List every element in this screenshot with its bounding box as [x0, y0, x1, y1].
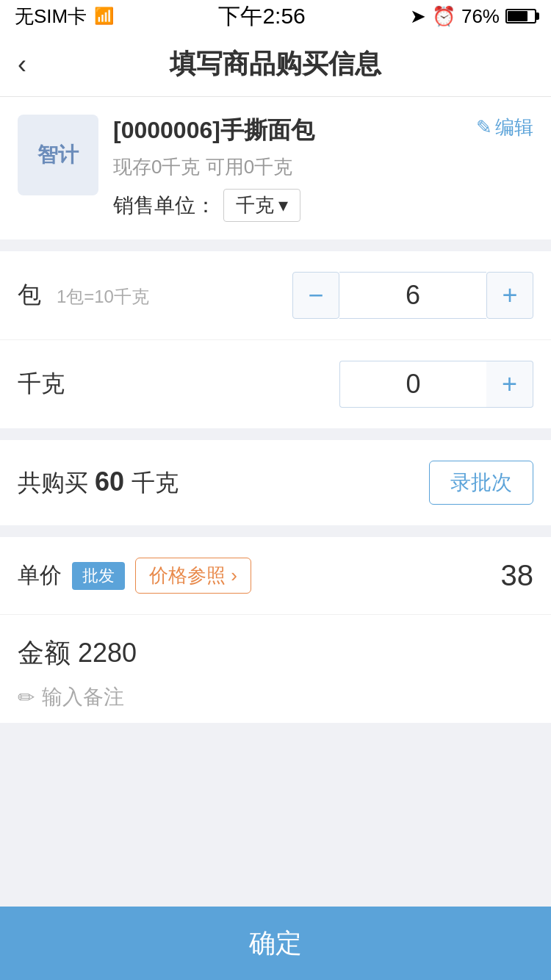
pack-quantity-row: 包 1包=10千克 − +: [0, 251, 551, 340]
product-image: 智计: [18, 115, 98, 195]
product-stock: 现存0千克 可用0千克: [113, 154, 533, 180]
unit-value: 千克: [236, 192, 274, 218]
pack-input[interactable]: [339, 272, 486, 319]
status-left: 无SIM卡 📶: [15, 4, 114, 29]
nav-bar: ‹ 填写商品购买信息: [0, 32, 551, 97]
pack-decrement-button[interactable]: −: [292, 272, 339, 319]
back-button[interactable]: ‹: [18, 49, 26, 80]
pack-label: 包 1包=10千克: [18, 279, 292, 311]
amount-number: 2280: [78, 638, 137, 668]
kg-input[interactable]: [339, 361, 486, 408]
edit-button[interactable]: ✎ 编辑: [476, 115, 533, 140]
batch-button[interactable]: 录批次: [429, 461, 533, 505]
pack-controls: − +: [292, 272, 533, 319]
pack-section: 包 1包=10千克 − + 千克 +: [0, 251, 551, 428]
amount-row: 金额 2280: [18, 635, 533, 671]
edit-icon: ✎: [476, 116, 492, 139]
battery-percent: 76%: [461, 5, 500, 28]
pack-label-text: 包: [18, 281, 41, 308]
total-amount: 60: [95, 466, 132, 497]
total-section: 共购买 60 千克 录批次: [0, 440, 551, 525]
product-name: [0000006]手撕面包: [113, 115, 533, 147]
confirm-button[interactable]: 确定: [0, 907, 551, 980]
status-bar: 无SIM卡 📶 下午2:56 ➤ ⏰ 76%: [0, 0, 551, 32]
carrier-text: 无SIM卡: [15, 4, 87, 29]
total-prefix: 共购买: [18, 469, 88, 496]
total-row: 共购买 60 千克 录批次: [0, 440, 551, 525]
wifi-icon: 📶: [94, 7, 114, 26]
price-value: 38: [501, 559, 534, 592]
product-card: 智计 [0000006]手撕面包 现存0千克 可用0千克 销售单位： 千克 ▾ …: [0, 97, 551, 239]
status-time: 下午2:56: [218, 1, 305, 32]
location-icon: ➤: [410, 5, 426, 28]
kg-controls: +: [339, 361, 533, 408]
status-right: ➤ ⏰ 76%: [410, 5, 536, 28]
kg-increment-button[interactable]: +: [486, 361, 533, 408]
price-row: 单价 批发 价格参照 › 38: [18, 558, 533, 594]
price-section: 单价 批发 价格参照 › 38: [0, 537, 551, 614]
pack-increment-button[interactable]: +: [486, 272, 533, 319]
note-row[interactable]: ✏ 输入备注: [18, 683, 533, 711]
chevron-down-icon: ▾: [278, 194, 288, 217]
pencil-icon: ✏: [18, 685, 35, 710]
price-reference-button[interactable]: 价格参照 ›: [135, 558, 251, 594]
product-info: [0000006]手撕面包 现存0千克 可用0千克 销售单位： 千克 ▾: [113, 115, 533, 222]
kg-quantity-row: 千克 +: [0, 340, 551, 428]
total-text: 共购买 60 千克: [18, 466, 429, 500]
note-placeholder: 输入备注: [42, 683, 124, 711]
edit-label: 编辑: [495, 115, 533, 140]
unit-label: 销售单位：: [113, 192, 216, 220]
unit-select[interactable]: 千克 ▾: [223, 189, 300, 222]
alarm-icon: ⏰: [432, 5, 455, 28]
amount-label: 金额: [18, 638, 71, 668]
product-unit-row: 销售单位： 千克 ▾: [113, 189, 533, 222]
page-title: 填写商品购买信息: [170, 46, 381, 82]
amount-section: 金额 2280 ✏ 输入备注: [0, 614, 551, 723]
product-logo: 智计: [37, 141, 79, 169]
total-unit: 千克: [132, 469, 179, 496]
pack-hint: 1包=10千克: [57, 287, 149, 306]
kg-label: 千克: [18, 368, 339, 400]
price-label: 单价: [18, 561, 62, 591]
price-tag: 批发: [72, 562, 125, 590]
battery-icon: [505, 9, 536, 24]
